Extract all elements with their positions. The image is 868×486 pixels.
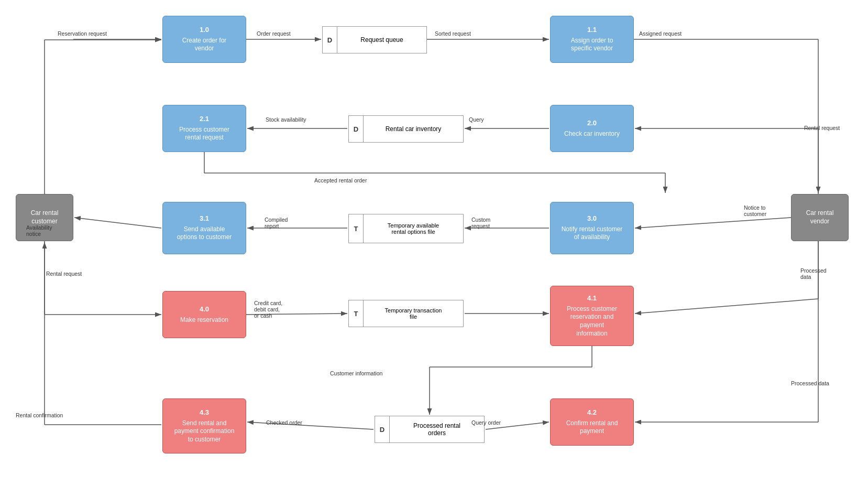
label-reservation-request: Reservation request: [58, 30, 107, 37]
label-rental-request-vendor: Rental request: [804, 125, 840, 131]
process-4-1: 4.1 Process customerreservation andpayme…: [550, 286, 634, 346]
label-rental-confirmation: Rental confirmation: [16, 412, 63, 418]
label-processed-data-1: Processeddata: [800, 267, 827, 280]
datastore-processed-rental: D Processed rentalorders: [375, 416, 485, 443]
car-rental-vendor-label: Car rentalvendor: [806, 209, 834, 225]
label-query: Query: [469, 116, 484, 123]
process-1-0: 1.0 Create order forvendor: [162, 16, 246, 63]
label-sorted-request: Sorted request: [435, 30, 471, 37]
process-2-1: 2.1 Process customerrental request: [162, 105, 246, 152]
svg-line-18: [74, 218, 161, 228]
label-order-request: Order request: [257, 30, 291, 37]
process-3-0: 3.0 Notify rental customerof availabilit…: [550, 202, 634, 254]
label-query-order: Query order: [471, 419, 501, 426]
datastore-request-queue: D Request queue: [322, 26, 427, 53]
label-compiled-report: Compiledreport: [265, 217, 288, 229]
label-processed-data-2: Processed data: [791, 380, 829, 386]
process-4-2: 4.2 Confirm rental andpayment: [550, 398, 634, 446]
label-customer-information: Customer information: [330, 370, 382, 376]
svg-line-24: [635, 299, 818, 314]
label-notice-to-customer: Notice tocustomer: [744, 204, 766, 217]
car-rental-vendor-entity: Car rentalvendor: [791, 194, 849, 241]
label-assigned-request: Assigned request: [639, 30, 682, 37]
process-4-3: 4.3 Send rental andpayment confirmationt…: [162, 398, 246, 453]
process-1-1: 1.1 Assign order tospecific vendor: [550, 16, 634, 63]
datastore-temp-available: T Temporary availablerental options file: [348, 214, 464, 243]
process-4-0: 4.0 Make reservation: [162, 291, 246, 338]
process-3-1: 3.1 Send availableoptions to customer: [162, 202, 246, 254]
label-stock-availability: Stock availability: [266, 116, 306, 123]
label-checked-order: Checked order: [266, 419, 302, 426]
process-2-0: 2.0 Check car inventory: [550, 105, 634, 152]
label-credit-card: Credit card,debit card,or cash: [254, 300, 282, 319]
datastore-rental-car-inventory: D Rental car inventory: [348, 115, 464, 143]
label-availability-notice: Availabilitynotice: [26, 224, 52, 237]
label-rental-request-customer: Rental request: [46, 271, 82, 277]
label-accepted-rental-order: Accepted rental order: [314, 177, 367, 183]
car-rental-customer-label: Car rentalcustomer: [31, 209, 59, 225]
svg-line-15: [635, 218, 791, 228]
label-custom-request: Customrequest: [471, 217, 490, 229]
datastore-temp-transaction: T Temporary transactionfile: [348, 300, 464, 327]
